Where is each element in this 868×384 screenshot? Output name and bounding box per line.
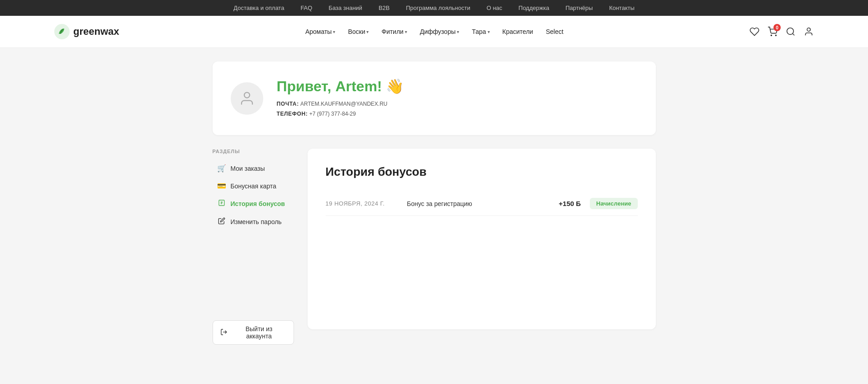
logout-label: Выйти из аккаунта <box>232 325 286 340</box>
sidebar-item-bonus-history[interactable]: История бонусов <box>213 196 294 212</box>
logo-text: greenwax <box>73 26 119 37</box>
svg-point-3 <box>787 28 794 35</box>
sidebar-logout: Выйти из аккаунта <box>213 320 294 345</box>
sidebar-item-orders-label: Мои заказы <box>231 165 265 172</box>
wave-emoji: 👋 <box>386 78 404 94</box>
nav-item-wicks[interactable]: Фитили ▾ <box>381 28 407 35</box>
nav-arrow-waxes: ▾ <box>366 29 369 34</box>
sidebar-item-bonus-card-label: Бонусная карта <box>231 183 276 190</box>
logout-icon <box>220 328 228 337</box>
topbar-link-knowledge[interactable]: База знаний <box>328 5 362 11</box>
topbar-link-loyalty[interactable]: Программа лояльности <box>406 5 470 11</box>
nav-item-diffusers[interactable]: Диффузоры ▾ <box>420 28 459 35</box>
wishlist-button[interactable] <box>749 27 759 37</box>
orders-icon: 🛒 <box>217 164 226 173</box>
main-nav: Ароматы ▾ Воски ▾ Фитили ▾ Диффузоры ▾ Т… <box>305 28 564 35</box>
topbar-link-faq[interactable]: FAQ <box>300 5 312 11</box>
user-greeting: Привет, Artem! 👋 <box>277 78 404 95</box>
user-meta: ПОЧТА: ARTEM.KAUFFMAN@YANDEX.RU ТЕЛЕФОН:… <box>277 99 404 119</box>
svg-point-6 <box>244 92 250 98</box>
user-hero-card: Привет, Artem! 👋 ПОЧТА: ARTEM.KAUFFMAN@Y… <box>213 61 656 135</box>
nav-item-aromas[interactable]: Ароматы ▾ <box>305 28 336 35</box>
nav-arrow-diffusers: ▾ <box>457 29 459 34</box>
main-content: История бонусов 19 НОЯБРЯ, 2024 Г. Бонус… <box>308 149 656 329</box>
user-info: Привет, Artem! 👋 ПОЧТА: ARTEM.KAUFFMAN@Y… <box>277 78 404 119</box>
logo[interactable]: greenwax <box>54 24 119 39</box>
user-email-row: ПОЧТА: ARTEM.KAUFFMAN@YANDEX.RU <box>277 99 404 109</box>
logout-button[interactable]: Выйти из аккаунта <box>213 320 294 345</box>
svg-point-5 <box>807 28 810 31</box>
logo-icon <box>54 24 70 39</box>
search-button[interactable] <box>786 27 796 37</box>
sidebar-item-bonus-card[interactable]: 💳 Бонусная карта <box>213 178 294 194</box>
user-phone: +7 (977) 377-84-29 <box>309 111 356 117</box>
topbar-link-b2b[interactable]: B2B <box>379 5 390 11</box>
nav-arrow-wicks: ▾ <box>405 29 407 34</box>
heart-icon <box>749 27 759 37</box>
user-name: Artem! <box>335 78 382 94</box>
nav-arrow-aromas: ▾ <box>333 29 335 34</box>
header: greenwax Ароматы ▾ Воски ▾ Фитили ▾ Дифф… <box>0 16 868 48</box>
topbar-link-about[interactable]: О нас <box>487 5 503 11</box>
svg-point-1 <box>771 35 772 36</box>
sidebar-item-bonus-history-label: История бонусов <box>231 200 285 207</box>
sidebar: РАЗДЕЛЫ 🛒 Мои заказы 💳 Бонусная карта <box>213 149 294 345</box>
email-label: ПОЧТА: <box>277 101 299 107</box>
avatar <box>231 82 263 115</box>
user-icon <box>804 27 814 37</box>
user-phone-row: ТЕЛЕФОН: +7 (977) 377-84-29 <box>277 109 404 119</box>
change-password-icon <box>217 217 226 226</box>
bonus-history-icon <box>217 199 226 208</box>
svg-line-4 <box>792 33 794 35</box>
sidebar-item-change-password-label: Изменить пароль <box>231 218 282 225</box>
sidebar-section-label: РАЗДЕЛЫ <box>213 149 294 154</box>
topbar-link-delivery[interactable]: Доставка и оплата <box>233 5 284 11</box>
sidebar-item-change-password[interactable]: Изменить пароль <box>213 214 294 230</box>
svg-point-2 <box>775 35 776 36</box>
topbar-link-partners[interactable]: Партнёры <box>565 5 593 11</box>
phone-label: ТЕЛЕФОН: <box>277 111 308 117</box>
bonus-history-row: 19 НОЯБРЯ, 2024 Г. Бонус за регистрацию … <box>326 192 638 216</box>
search-icon <box>786 27 796 37</box>
bonus-date: 19 НОЯБРЯ, 2024 Г. <box>326 200 398 207</box>
cart-badge: 0 <box>773 24 781 31</box>
nav-item-waxes[interactable]: Воски ▾ <box>348 28 369 35</box>
header-icons: 0 <box>749 27 814 37</box>
nav-arrow-tara: ▾ <box>488 29 490 34</box>
account-button[interactable] <box>804 27 814 37</box>
sidebar-nav: 🛒 Мои заказы 💳 Бонусная карта <box>213 160 294 230</box>
page-content: Привет, Artem! 👋 ПОЧТА: ARTEM.KAUFFMAN@Y… <box>213 48 656 358</box>
sidebar-item-orders[interactable]: 🛒 Мои заказы <box>213 160 294 176</box>
nav-item-dyes[interactable]: Красители <box>503 28 533 35</box>
bonus-card-icon: 💳 <box>217 182 226 190</box>
nav-item-select[interactable]: Select <box>546 28 564 35</box>
cart-button[interactable]: 0 <box>768 27 778 37</box>
bonus-description: Бонус за регистрацию <box>407 200 536 207</box>
bonus-history-title: История бонусов <box>326 165 638 179</box>
main-layout: РАЗДЕЛЫ 🛒 Мои заказы 💳 Бонусная карта <box>213 149 656 345</box>
topbar-link-support[interactable]: Поддержка <box>518 5 549 11</box>
bonus-badge: Начисление <box>590 198 637 209</box>
nav-item-tara[interactable]: Тара ▾ <box>472 28 489 35</box>
topbar-link-contacts[interactable]: Контакты <box>609 5 635 11</box>
bonus-amount: +150 Б <box>545 200 581 207</box>
user-email: ARTEM.KAUFFMAN@YANDEX.RU <box>300 101 387 107</box>
avatar-icon <box>239 90 255 107</box>
top-bar: Доставка и оплата FAQ База знаний B2B Пр… <box>0 0 868 16</box>
